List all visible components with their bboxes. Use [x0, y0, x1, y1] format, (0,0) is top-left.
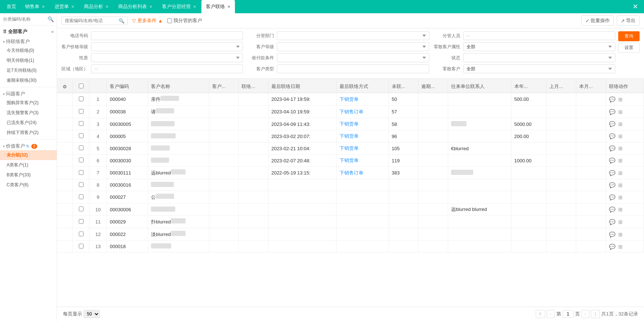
- chat-icon[interactable]: 💬: [609, 109, 615, 115]
- cell-checkbox[interactable]: [73, 167, 89, 179]
- sidebar-item-class-c[interactable]: C类客户(6): [0, 180, 57, 190]
- grid-action-icon[interactable]: ⊞: [618, 170, 623, 176]
- cell-checkbox[interactable]: [73, 241, 89, 253]
- cell-checkbox[interactable]: [73, 155, 89, 167]
- cell-checkbox[interactable]: [73, 118, 89, 130]
- my-customers-checkbox[interactable]: [167, 18, 172, 23]
- nav-tab-purchase[interactable]: 进货单 ✕: [50, 0, 79, 13]
- price-level-select[interactable]: [91, 42, 243, 51]
- chat-icon[interactable]: 💬: [609, 133, 615, 139]
- sidebar-item-class-b[interactable]: B类客户(33): [0, 170, 57, 180]
- all-customers-label[interactable]: 全部客户: [8, 28, 27, 35]
- refresh-value-icon[interactable]: ↻: [26, 144, 29, 149]
- grid-action-icon[interactable]: ⊞: [618, 244, 623, 250]
- last-method-link[interactable]: 下销货单: [339, 96, 359, 102]
- col-gear[interactable]: ⚙: [57, 80, 73, 93]
- phone-input[interactable]: [91, 31, 243, 40]
- grid-action-icon[interactable]: ⊞: [618, 219, 623, 225]
- grid-action-icon[interactable]: ⊞: [618, 158, 623, 163]
- cell-checkbox[interactable]: [73, 142, 89, 155]
- sidebar-item-overdue-pending[interactable]: 逾期未联络(30): [0, 75, 57, 85]
- close-customer-segment-icon[interactable]: ✕: [193, 4, 196, 9]
- customer-level-select[interactable]: [277, 42, 429, 51]
- nav-tab-product-analysis[interactable]: 商品分析 ✕: [80, 0, 113, 13]
- last-method-link[interactable]: 下销售订单: [339, 170, 363, 176]
- status-select[interactable]: [463, 53, 615, 62]
- chat-icon[interactable]: 💬: [609, 96, 615, 102]
- page-next-btn[interactable]: ›: [581, 310, 590, 318]
- chat-icon[interactable]: 💬: [609, 145, 615, 151]
- sidebar-item-class-a[interactable]: A类客户(1): [0, 160, 57, 170]
- reset-button[interactable]: 设置: [618, 43, 640, 53]
- query-button[interactable]: 查询: [618, 31, 640, 41]
- page-first-btn[interactable]: K: [536, 310, 545, 318]
- chat-icon[interactable]: 💬: [609, 244, 615, 250]
- grid-action-icon[interactable]: ⊞: [618, 194, 623, 200]
- cell-checkbox[interactable]: [73, 106, 89, 118]
- nature-select[interactable]: [91, 53, 243, 62]
- nav-tab-product-analysis-list[interactable]: 商品分析列表 ✕: [114, 0, 157, 13]
- grid-action-icon[interactable]: ⊞: [618, 109, 623, 115]
- nav-tab-customer-contact[interactable]: 客户联络 ✕: [201, 0, 235, 13]
- select-all-checkbox[interactable]: [79, 84, 84, 88]
- chat-icon[interactable]: 💬: [609, 232, 615, 237]
- close-sales-icon[interactable]: ✕: [42, 4, 45, 9]
- grid-action-icon[interactable]: ⊞: [618, 145, 623, 151]
- close-purchase-icon[interactable]: ✕: [71, 4, 74, 9]
- cell-checkbox[interactable]: [73, 130, 89, 142]
- sidebar-item-tomorrow-pending[interactable]: 明天待联络(1): [0, 56, 57, 66]
- sidebar-item-churn-warning[interactable]: 流失预警客户(3): [0, 108, 57, 118]
- cell-checkbox[interactable]: [73, 191, 89, 204]
- sidebar-item-ungrouped[interactable]: 未分组(32): [0, 150, 57, 160]
- page-number-input[interactable]: [563, 310, 574, 318]
- chat-icon[interactable]: 💬: [609, 194, 615, 200]
- sidebar-item-declining[interactable]: 持续下滑客户(2): [0, 128, 57, 138]
- region-dots[interactable]: ···: [91, 64, 243, 73]
- window-close-button[interactable]: ✕: [630, 3, 641, 11]
- sidebar-item-abnormal[interactable]: 囤购异常客户(2): [0, 98, 57, 108]
- chat-icon[interactable]: 💬: [609, 207, 615, 212]
- grid-action-icon[interactable]: ⊞: [618, 96, 623, 102]
- nav-tab-sales[interactable]: 销售单 ✕: [21, 0, 49, 13]
- cell-checkbox[interactable]: [73, 228, 89, 241]
- close-product-analysis-icon[interactable]: ✕: [105, 4, 109, 9]
- per-page-select[interactable]: 50: [84, 310, 100, 318]
- chat-icon[interactable]: 💬: [609, 158, 615, 163]
- page-last-btn[interactable]: 1: [591, 310, 600, 318]
- cell-checkbox[interactable]: [73, 179, 89, 191]
- last-method-link[interactable]: 下销货单: [339, 145, 359, 151]
- filter-more-btn[interactable]: ▽ 更多条件 ▲: [132, 17, 163, 24]
- dept-select[interactable]: [277, 31, 429, 40]
- sidebar-search-icon[interactable]: 🔍: [47, 16, 54, 22]
- sidebar-item-today-pending[interactable]: 今天待联络(0): [0, 46, 57, 56]
- grid-action-icon[interactable]: ⊞: [618, 121, 623, 127]
- cell-checkbox[interactable]: [73, 216, 89, 228]
- cell-checkbox[interactable]: [73, 93, 89, 106]
- payment-select[interactable]: [277, 53, 429, 62]
- sidebar-item-churned[interactable]: 已流失客户(24): [0, 118, 57, 128]
- chat-icon[interactable]: 💬: [609, 219, 615, 225]
- chat-icon[interactable]: 💬: [609, 182, 615, 188]
- last-method-link[interactable]: 下销货单: [339, 158, 359, 163]
- customer-type-input[interactable]: [277, 64, 429, 73]
- page-prev-btn[interactable]: ‹: [547, 310, 555, 318]
- nav-home[interactable]: 首页: [3, 3, 20, 10]
- close-customer-contact-icon[interactable]: ✕: [227, 4, 230, 9]
- grid-action-icon[interactable]: ⊞: [618, 207, 623, 212]
- grid-action-icon[interactable]: ⊞: [618, 133, 623, 139]
- export-button[interactable]: ↗ 导出: [617, 15, 640, 26]
- last-method-link[interactable]: 下销货单: [339, 133, 359, 139]
- grid-action-icon[interactable]: ⊞: [618, 182, 623, 188]
- last-method-link[interactable]: 下销售订单: [339, 109, 363, 114]
- sidebar-search-input[interactable]: [3, 17, 47, 22]
- cell-checkbox[interactable]: [73, 204, 89, 216]
- sidebar-collapse-icon[interactable]: «: [51, 29, 54, 34]
- filter-search-input[interactable]: [65, 18, 117, 23]
- sidebar-item-week-pending[interactable]: 近7天待联络(0): [0, 66, 57, 75]
- chat-icon[interactable]: 💬: [609, 170, 615, 176]
- last-method-link[interactable]: 下销货单: [339, 121, 359, 127]
- manager-dots[interactable]: ···: [463, 31, 615, 40]
- customer-attr-select[interactable]: 全部: [463, 42, 615, 51]
- grid-action-icon[interactable]: ⊞: [618, 232, 623, 237]
- filter-search-icon[interactable]: 🔍: [119, 18, 124, 24]
